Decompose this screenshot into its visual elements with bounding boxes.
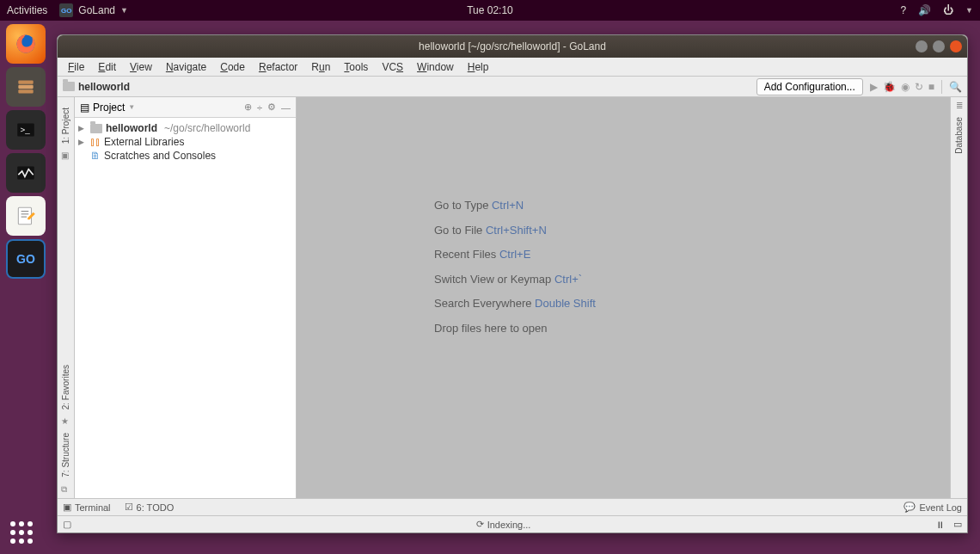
coverage-icon[interactable]: ◉ <box>901 81 910 93</box>
show-applications-button[interactable] <box>10 521 33 544</box>
maximize-button[interactable] <box>933 40 945 52</box>
dock-files[interactable] <box>6 67 46 107</box>
profile-icon[interactable]: ↻ <box>915 81 923 93</box>
collapse-icon[interactable]: ÷ <box>257 102 262 113</box>
tree-root[interactable]: ▶ helloworld ~/go/src/helloworld <box>78 121 292 135</box>
svg-rect-2 <box>18 85 33 89</box>
bookmark-icon[interactable]: ▣ <box>61 151 70 160</box>
close-button[interactable] <box>950 40 962 52</box>
debug-icon[interactable]: 🐞 <box>883 81 896 93</box>
menu-edit[interactable]: Edit <box>93 59 121 75</box>
activities-button[interactable]: Activities <box>7 4 47 16</box>
dock-terminal[interactable]: >_ <box>6 110 46 150</box>
add-configuration-button[interactable]: Add Configuration... <box>756 78 863 95</box>
menu-code[interactable]: Code <box>215 59 250 75</box>
tree-scratches[interactable]: 🗎 Scratches and Consoles <box>78 149 292 163</box>
tab-event-log[interactable]: 💬 Event Log <box>903 502 962 513</box>
locate-icon[interactable]: ⊕ <box>244 102 252 113</box>
project-view-icon: ▤ <box>80 102 89 114</box>
tab-todo[interactable]: ☑ 6: TODO <box>125 502 175 513</box>
structure-icon: ⧉ <box>61 484 70 495</box>
svg-rect-7 <box>18 207 31 225</box>
navigation-bar: helloworld Add Configuration... ▶ 🐞 ◉ ↻ … <box>58 77 967 97</box>
menu-help[interactable]: Help <box>462 59 494 75</box>
volume-icon[interactable]: 🔊 <box>918 4 931 16</box>
svg-rect-3 <box>18 89 33 93</box>
library-icon: ⫿⫿ <box>90 136 101 148</box>
goland-window: helloworld [~/go/src/helloworld] - GoLan… <box>57 34 968 533</box>
svg-rect-1 <box>18 80 33 83</box>
status-toggle-icon[interactable]: ▢ <box>63 519 71 530</box>
menu-run[interactable]: Run <box>306 59 335 75</box>
menu-refactor[interactable]: Refactor <box>254 59 303 75</box>
status-bar: ▢ ⟳ Indexing... ⏸ ▭ <box>58 515 967 532</box>
folder-icon <box>90 124 102 133</box>
search-icon[interactable]: 🔍 <box>949 81 962 93</box>
breadcrumb[interactable]: helloworld <box>63 81 130 93</box>
expand-arrow-icon[interactable]: ▶ <box>78 124 87 132</box>
database-icon: ≣ <box>956 101 963 110</box>
tab-favorites[interactable]: 2: Favorites <box>61 365 70 409</box>
memory-indicator-icon[interactable]: ▭ <box>953 519 962 530</box>
menu-vcs[interactable]: VCS <box>377 59 408 75</box>
editor-empty-area[interactable]: Go to Type Ctrl+N Go to File Ctrl+Shift+… <box>297 97 950 498</box>
clock[interactable]: Tue 02:10 <box>467 4 513 16</box>
chevron-down-icon[interactable]: ▼ <box>128 103 135 111</box>
tab-project[interactable]: 1: Project <box>61 108 70 144</box>
menu-file[interactable]: File <box>63 59 89 75</box>
dock-goland[interactable]: GO <box>6 239 46 279</box>
tool-window-bar: ▣ Terminal ☑ 6: TODO 💬 Event Log <box>58 498 967 515</box>
star-icon: ★ <box>61 416 70 426</box>
tab-structure[interactable]: 7: Structure <box>61 433 70 477</box>
project-pane-header: ▤ Project ▼ ⊕ ÷ ⚙ — <box>75 97 296 118</box>
window-title: helloworld [~/go/src/helloworld] - GoLan… <box>419 40 606 52</box>
editor-hints: Go to Type Ctrl+N Go to File Ctrl+Shift+… <box>434 194 596 342</box>
dock-system-monitor[interactable] <box>6 153 46 193</box>
todo-icon: ☑ <box>125 502 133 513</box>
minimize-button[interactable] <box>916 40 928 52</box>
project-tree[interactable]: ▶ helloworld ~/go/src/helloworld ▶ ⫿⫿ Ex… <box>75 118 296 166</box>
dock-firefox[interactable] <box>6 24 46 64</box>
gnome-topbar: Activities GO GoLand ▼ Tue 02:10 ? 🔊 ⏻ ▼ <box>0 0 980 21</box>
menu-navigate[interactable]: Navigate <box>161 59 211 75</box>
run-icon[interactable]: ▶ <box>870 81 878 93</box>
stop-icon[interactable]: ■ <box>928 81 934 93</box>
power-icon[interactable]: ⏻ <box>943 4 953 16</box>
menu-window[interactable]: Window <box>412 59 459 75</box>
goland-icon: GO <box>59 3 73 17</box>
progress-pause-icon[interactable]: ⏸ <box>935 520 945 530</box>
left-tool-strip: 1: Project ▣ 2: Favorites ★ 7: Structure… <box>58 97 75 498</box>
chevron-down-icon: ▼ <box>120 6 128 15</box>
project-tool-window: ▤ Project ▼ ⊕ ÷ ⚙ — ▶ helloworld ~/go/sr… <box>75 97 297 498</box>
window-titlebar[interactable]: helloworld [~/go/src/helloworld] - GoLan… <box>58 35 967 58</box>
dock-text-editor[interactable] <box>6 196 46 236</box>
menu-view[interactable]: View <box>125 59 157 75</box>
chevron-down-icon: ▼ <box>965 6 973 15</box>
right-tool-strip: ≣ Database <box>950 97 967 498</box>
app-menu[interactable]: GO GoLand ▼ <box>59 3 128 17</box>
menu-tools[interactable]: Tools <box>339 59 373 75</box>
svg-text:>_: >_ <box>21 125 31 134</box>
settings-icon[interactable]: ⚙ <box>267 102 276 113</box>
terminal-icon: ▣ <box>63 502 71 513</box>
tab-terminal[interactable]: ▣ Terminal <box>63 502 111 513</box>
tree-external-libraries[interactable]: ▶ ⫿⫿ External Libraries <box>78 135 292 149</box>
event-log-icon: 💬 <box>903 502 916 513</box>
project-view-selector[interactable]: Project <box>93 102 125 114</box>
spinner-icon: ⟳ <box>476 519 484 530</box>
expand-arrow-icon[interactable]: ▶ <box>78 138 87 146</box>
hide-icon[interactable]: — <box>281 102 291 113</box>
status-indexing: Indexing... <box>487 520 531 530</box>
help-icon[interactable]: ? <box>900 4 906 16</box>
tab-database[interactable]: Database <box>954 117 964 154</box>
menu-bar: File Edit View Navigate Code Refactor Ru… <box>58 58 967 77</box>
folder-icon <box>63 82 75 91</box>
scratches-icon: 🗎 <box>90 150 101 162</box>
launcher-dock: >_ GO <box>3 24 48 279</box>
